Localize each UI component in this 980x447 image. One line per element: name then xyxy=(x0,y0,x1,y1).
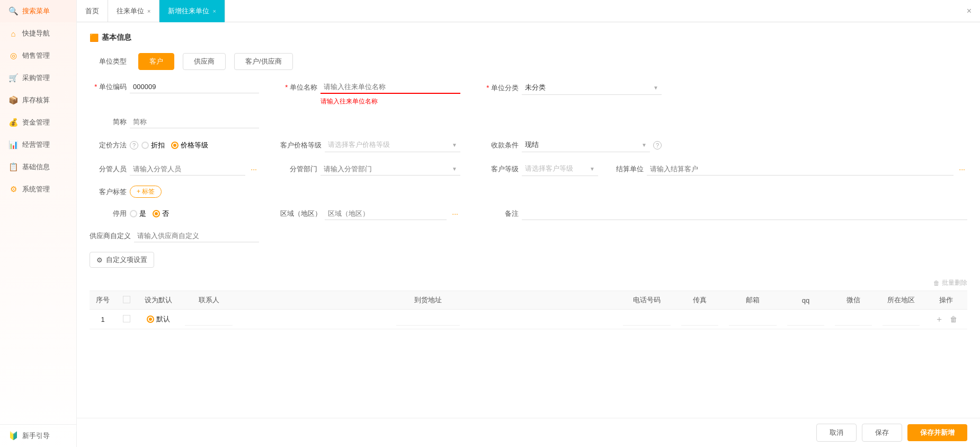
add-row-icon[interactable]: ＋ xyxy=(935,314,943,323)
payment-value: 现结 xyxy=(525,140,639,150)
custom-settings-area: ⚙ 自定义项设置 xyxy=(90,252,967,268)
payment-arrow-icon: ▼ xyxy=(642,142,647,148)
field-category: 单位分类 未分类 ▼ xyxy=(482,81,662,95)
region-row-input[interactable] xyxy=(883,313,920,326)
save-new-button[interactable]: 保存并新增 xyxy=(907,424,967,441)
finance-icon: 💰 xyxy=(8,118,18,127)
tab-new-partner[interactable]: 新增往来单位 × xyxy=(159,0,225,22)
cust-level-select[interactable]: 请选择客户等级 ▼ xyxy=(522,162,598,176)
supplier-custom-input[interactable] xyxy=(134,230,259,242)
payment-select[interactable]: 现结 ▼ xyxy=(522,138,650,152)
code-input[interactable] xyxy=(130,81,259,93)
tab-partners-label: 往来单位 xyxy=(117,6,144,16)
sidebar-item-inventory[interactable]: 📦 库存核算 xyxy=(0,89,76,111)
qq-input[interactable] xyxy=(787,313,824,326)
field-payment: 收款条件 现结 ▼ ? xyxy=(482,138,662,152)
pricing-help-icon[interactable]: ? xyxy=(130,141,138,150)
sidebar-item-sales[interactable]: ◎ 销售管理 xyxy=(0,45,76,67)
sidebar-item-label: 销售管理 xyxy=(22,51,50,60)
sidebar-item-purchase[interactable]: 🛒 采购管理 xyxy=(0,67,76,89)
btn-supplier[interactable]: 供应商 xyxy=(183,53,226,70)
radio-price-level[interactable]: 价格等级 xyxy=(171,141,208,150)
sidebar-item-system[interactable]: ⚙ 系统管理 xyxy=(0,178,76,200)
row-checkbox[interactable] xyxy=(123,315,130,322)
fax-input[interactable] xyxy=(681,313,718,326)
sidebar-item-quicknav[interactable]: ⌂ 快捷导航 xyxy=(0,22,76,45)
tabbar-close-all[interactable]: × xyxy=(958,6,980,16)
dept-input[interactable] xyxy=(324,165,450,173)
radio-discount[interactable]: 折扣 xyxy=(141,141,165,150)
custom-settings-button[interactable]: ⚙ 自定义项设置 xyxy=(90,252,154,268)
radio-disabled-yes[interactable]: 是 xyxy=(130,209,146,218)
cat-select[interactable]: 未分类 ▼ xyxy=(522,81,662,95)
radio-disabled-no[interactable]: 否 xyxy=(153,209,169,218)
contact-table-section: 🗑 批量删除 序号 设为默认 联系人 到货地址 电话号码 传真 xyxy=(90,278,967,329)
manager-input[interactable] xyxy=(130,163,245,176)
field-disabled: 停用 是 否 xyxy=(90,209,259,218)
email-input[interactable] xyxy=(729,313,777,326)
row-tags: 客户标签 + 标签 xyxy=(90,186,967,198)
row-abbr: 简称 xyxy=(90,116,967,128)
region-input[interactable] xyxy=(325,207,447,220)
tab-home[interactable]: 首页 xyxy=(77,0,108,22)
batch-delete-button[interactable]: 🗑 批量删除 xyxy=(933,278,967,287)
pricing-label: 定价方法 xyxy=(90,141,127,150)
price-level-value: 请选择客户价格等级 xyxy=(328,140,450,150)
abbr-input[interactable] xyxy=(130,116,259,128)
batch-delete-icon: 🗑 xyxy=(933,279,940,287)
td-fax xyxy=(676,310,724,329)
price-level-arrow-icon: ▼ xyxy=(452,142,457,148)
field-dept: 分管部门 ▼ xyxy=(280,163,460,176)
row-manager: 分管人员 ··· 分管部门 ▼ 客户等级 请选择客户等级 ▼ 结算单位 xyxy=(90,162,967,176)
tab-partners[interactable]: 往来单位 × xyxy=(108,0,159,22)
region-label: 区域（地区） xyxy=(280,209,322,218)
cat-label: 单位分类 xyxy=(482,83,519,93)
field-name: 单位名称 请输入往来单位名称 xyxy=(280,81,460,106)
td-ops: ＋ 🗑 xyxy=(925,310,967,329)
field-settle: 结算单位 ··· xyxy=(607,163,967,176)
settle-input[interactable] xyxy=(647,163,954,176)
delete-row-icon[interactable]: 🗑 xyxy=(950,315,957,323)
abbr-label: 简称 xyxy=(90,117,127,127)
sidebar-item-base[interactable]: 📋 基础信息 xyxy=(0,156,76,178)
purchase-icon: 🛒 xyxy=(8,73,18,83)
name-input[interactable] xyxy=(320,81,460,94)
form-content: 🟧 基本信息 单位类型 客户 供应商 客户/供应商 单位编码 单位名称 请输入往… xyxy=(77,22,980,418)
btn-both[interactable]: 客户/供应商 xyxy=(234,53,293,70)
contact-input[interactable] xyxy=(185,313,233,326)
region-more-icon[interactable]: ··· xyxy=(450,209,460,218)
tab-new-partner-close[interactable]: × xyxy=(212,8,216,14)
add-tag-button[interactable]: + 标签 xyxy=(130,186,162,198)
field-supplier-custom: 供应商自定义 xyxy=(90,230,259,242)
payment-help-icon[interactable]: ? xyxy=(653,141,662,150)
pricing-radio-group: 折扣 价格等级 xyxy=(141,141,208,150)
save-button[interactable]: 保存 xyxy=(862,424,902,442)
field-region: 区域（地区） ··· xyxy=(280,207,460,220)
default-label: 默认 xyxy=(156,314,170,324)
payment-label: 收款条件 xyxy=(482,141,519,150)
btn-customer[interactable]: 客户 xyxy=(138,53,174,70)
sidebar-item-search[interactable]: 🔍 搜索菜单 xyxy=(0,0,76,22)
manager-more-icon[interactable]: ··· xyxy=(248,165,259,173)
addr-input[interactable] xyxy=(396,313,460,326)
header-checkbox[interactable] xyxy=(123,296,130,303)
sidebar-item-finance[interactable]: 💰 资金管理 xyxy=(0,111,76,134)
disabled-radio-group: 是 否 xyxy=(130,209,169,218)
td-region xyxy=(877,310,925,329)
th-check xyxy=(116,291,137,310)
code-label: 单位编码 xyxy=(90,82,127,92)
dept-select[interactable]: ▼ xyxy=(320,163,460,176)
tab-partners-close[interactable]: × xyxy=(147,8,150,14)
sidebar-item-operations[interactable]: 📊 经营管理 xyxy=(0,134,76,156)
default-radio-circle xyxy=(147,315,154,323)
remark-input[interactable] xyxy=(522,207,967,220)
tabbar: 首页 往来单位 × 新增往来单位 × × xyxy=(77,0,980,22)
wechat-input[interactable] xyxy=(835,313,872,326)
price-level-select[interactable]: 请选择客户价格等级 ▼ xyxy=(325,138,460,152)
cancel-button[interactable]: 取消 xyxy=(816,424,857,442)
tag-label: 客户标签 xyxy=(90,187,127,197)
settle-more-icon[interactable]: ··· xyxy=(957,165,967,173)
phone-input[interactable] xyxy=(623,313,671,326)
default-radio[interactable]: 默认 xyxy=(142,314,174,324)
sidebar-item-newguide[interactable]: 🔰 新手引导 xyxy=(0,425,76,447)
